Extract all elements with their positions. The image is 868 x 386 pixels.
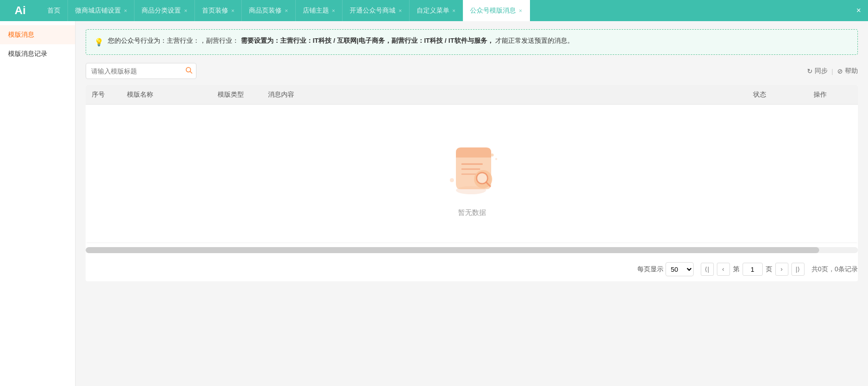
help-label: 帮助 <box>845 66 858 75</box>
page-label-after: 页 <box>766 265 772 274</box>
search-input[interactable] <box>86 63 196 79</box>
empty-icon <box>442 140 502 200</box>
nav-tab-template-msg-close[interactable]: × <box>519 8 522 14</box>
empty-state-cell: 暂无数据 <box>86 105 858 243</box>
empty-text: 暂无数据 <box>458 208 486 217</box>
toolbar-divider: | <box>832 67 833 75</box>
search-button[interactable] <box>185 67 192 75</box>
search-icon <box>185 67 192 74</box>
toolbar-right: ↻ 同步 | ⊘ 帮助 <box>807 66 858 75</box>
nav-tab-custom-menu-close[interactable]: × <box>452 8 455 14</box>
sidebar-item-template-msg[interactable]: 模版消息 <box>0 25 75 44</box>
col-header-content: 消息内容 <box>262 85 747 105</box>
sidebar-item-template-msg-records[interactable]: 模版消息记录 <box>0 44 75 63</box>
nav-tab-shop-settings[interactable]: 微商城店铺设置 × <box>68 0 135 21</box>
page-prev-button[interactable]: ‹ <box>717 263 730 276</box>
nav-tab-home-decor-label: 首页装修 <box>202 6 228 15</box>
search-bar: ↻ 同步 | ⊘ 帮助 <box>86 63 858 79</box>
page-size-label: 每页显示 <box>637 265 663 274</box>
sync-icon: ↻ <box>807 67 813 75</box>
nav-tab-custom-menu[interactable]: 自定义菜单 × <box>410 0 463 21</box>
nav-tab-theme-label: 店铺主题 <box>303 6 329 15</box>
pagination: 每页显示 50 20 100 ▾ ⟨| ‹ 第 页 › |⟩ 共0页，0条记录 <box>86 257 858 281</box>
sync-button[interactable]: ↻ 同步 <box>807 66 828 75</box>
nav-tab-open-shop-close[interactable]: × <box>398 8 402 14</box>
app-logo: Ai <box>0 0 40 21</box>
col-header-seq: 序号 <box>86 85 121 105</box>
nav-tab-category-close[interactable]: × <box>184 8 187 14</box>
top-nav: Ai 首页 微商城店铺设置 × 商品分类设置 × 首页装修 × 商品页装修 × … <box>0 0 868 21</box>
page-size-dropdown[interactable]: 50 20 100 <box>665 262 694 276</box>
nav-tab-product-decor[interactable]: 商品页装修 × <box>242 0 295 21</box>
main-layout: 模版消息 模版消息记录 💡 您的公众号行业为：主营行业：，副营行业： 需要设置为… <box>0 21 868 386</box>
nav-tab-home-decor-close[interactable]: × <box>231 8 234 14</box>
notice-box: 💡 您的公众号行业为：主营行业：，副营行业： 需要设置为：主营行业：IT科技 /… <box>86 29 858 55</box>
page-last-button[interactable]: |⟩ <box>791 263 805 276</box>
svg-line-1 <box>190 71 192 73</box>
empty-state-row: 暂无数据 <box>86 105 858 243</box>
nav-tab-home-decor[interactable]: 首页装修 × <box>195 0 242 21</box>
page-label-before: 第 <box>733 265 740 274</box>
sync-label: 同步 <box>815 66 828 75</box>
horizontal-scrollbar[interactable] <box>86 247 858 253</box>
page-size-select: 每页显示 50 20 100 ▾ <box>637 262 694 276</box>
table-wrapper: 序号 模版名称 模版类型 消息内容 状态 <box>86 85 858 281</box>
nav-tab-open-shop-label: 开通公众号商城 <box>350 6 395 15</box>
svg-point-10 <box>491 153 494 157</box>
empty-state: 暂无数据 <box>92 110 852 238</box>
help-button[interactable]: ⊘ 帮助 <box>837 66 858 75</box>
page-next-button[interactable]: › <box>775 263 788 276</box>
col-header-status: 状态 <box>747 85 808 105</box>
col-header-action: 操作 <box>808 85 858 105</box>
sidebar: 模版消息 模版消息记录 <box>0 21 76 386</box>
nav-tab-shop-settings-close[interactable]: × <box>124 8 127 14</box>
nav-tab-category[interactable]: 商品分类设置 × <box>135 0 194 21</box>
data-table: 序号 模版名称 模版类型 消息内容 状态 <box>86 85 858 243</box>
page-total-info: 共0页，0条记录 <box>812 265 858 274</box>
nav-close-all-button[interactable]: × <box>849 0 868 21</box>
help-icon: ⊘ <box>837 67 843 75</box>
nav-tabs: 首页 微商城店铺设置 × 商品分类设置 × 首页装修 × 商品页装修 × 店铺主… <box>40 0 849 21</box>
col-header-type: 模版类型 <box>212 85 262 105</box>
notice-text: 您的公众号行业为：主营行业：，副营行业： 需要设置为：主营行业：IT科技 / 互… <box>108 36 574 46</box>
content-area: 💡 您的公众号行业为：主营行业：，副营行业： 需要设置为：主营行业：IT科技 /… <box>76 21 868 386</box>
sidebar-item-template-msg-records-label: 模版消息记录 <box>8 50 47 57</box>
table-header-row: 序号 模版名称 模版类型 消息内容 状态 <box>86 85 858 105</box>
nav-tab-product-decor-label: 商品页装修 <box>249 6 282 15</box>
page-number-input[interactable] <box>743 263 763 276</box>
nav-tab-template-msg[interactable]: 公众号模版消息 × <box>463 0 529 21</box>
notice-icon: 💡 <box>94 36 104 48</box>
nav-tab-home[interactable]: 首页 <box>40 0 68 21</box>
col-header-name: 模版名称 <box>121 85 212 105</box>
scrollbar-thumb <box>86 247 819 253</box>
nav-tab-template-msg-label: 公众号模版消息 <box>470 6 516 15</box>
sidebar-item-template-msg-label: 模版消息 <box>8 31 34 38</box>
nav-tab-product-decor-close[interactable]: × <box>285 8 288 14</box>
nav-tab-shop-settings-label: 微商城店铺设置 <box>75 6 121 15</box>
nav-tab-theme-close[interactable]: × <box>332 8 335 14</box>
search-input-wrap <box>86 63 196 79</box>
nav-tab-theme[interactable]: 店铺主题 × <box>296 0 343 21</box>
nav-tab-custom-menu-label: 自定义菜单 <box>417 6 449 15</box>
svg-point-11 <box>495 158 497 160</box>
nav-tab-home-label: 首页 <box>47 6 60 15</box>
nav-tab-category-label: 商品分类设置 <box>142 6 181 15</box>
page-first-button[interactable]: ⟨| <box>701 263 714 276</box>
nav-tab-open-shop[interactable]: 开通公众号商城 × <box>343 0 409 21</box>
svg-point-12 <box>450 178 454 182</box>
